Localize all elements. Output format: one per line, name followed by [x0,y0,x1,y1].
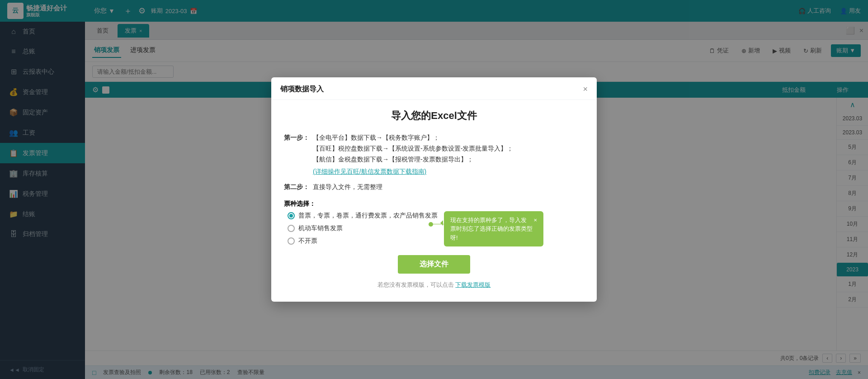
ticket-select-label: 票种选择： [284,200,316,207]
modal-title: 销项数据导入 [280,85,324,94]
modal-overlay[interactable]: 销项数据导入 × 导入您的Excel文件 第一步： 【全电平台】数据下载→【税务… [0,0,868,379]
radio-option-normal[interactable]: 普票，专票，卷票，通行费发票，农产品销售发票 × 现在支持的票种多了，导入发票时… [288,212,584,220]
select-file-button[interactable]: 选择文件 [398,255,470,274]
step2-label: 第二步： [284,182,309,193]
tooltip-dot [429,222,433,227]
step2-row: 第二步： 直接导入文件，无需整理 [284,182,584,193]
radio-normal-circle[interactable] [288,212,295,219]
modal-footer: 若您没有发票模版，可以点击 下载发票模版 [284,281,584,289]
step1-guide-link[interactable]: (详细操作见百旺/航信发票数据下载指南) [313,168,426,175]
import-title: 导入您的Excel文件 [284,109,584,123]
step1-line-1: 【百旺】税控盘数据下载→【系统设置-系统参数设置-发票批量导入】； [313,143,584,154]
step1-label: 第一步： [284,133,309,177]
step1-line-2: 【航信】金税盘数据下载→【报税管理-发票数据导出】； [313,154,584,165]
modal-header: 销项数据导入 × [271,77,597,100]
radio-normal-label: 普票，专票，卷票，通行费发票，农产品销售发票 [298,212,438,220]
step1-line-0: 【全电平台】数据下载→【税务数字账户】； [313,133,584,143]
tooltip-bubble: × 现在支持的票种多了，导入发票时别忘了选择正确的发票类型呀! [444,211,543,247]
radio-noticket-circle[interactable] [288,237,295,245]
tooltip-close-icon[interactable]: × [533,216,537,225]
radio-normal-dot [289,214,293,218]
step2-content: 直接导入文件，无需整理 [313,182,584,193]
radio-motor-label: 机动车销售发票 [298,224,343,232]
modal-close-button[interactable]: × [583,85,588,94]
step1-content: 【全电平台】数据下载→【税务数字账户】； 【百旺】税控盘数据下载→【系统设置-系… [313,133,584,177]
radio-noticket-label: 不开票 [298,237,317,245]
footer-text: 若您没有发票模版，可以点击 [377,281,454,288]
ticket-select-section: 票种选择： 普票，专票，卷票，通行费发票，农产品销售发票 [284,200,584,245]
modal-body: 导入您的Excel文件 第一步： 【全电平台】数据下载→【税务数字账户】； 【百… [271,100,597,302]
import-modal: 销项数据导入 × 导入您的Excel文件 第一步： 【全电平台】数据下载→【税务… [271,77,597,302]
download-template-link[interactable]: 下载发票模版 [455,281,491,288]
tooltip-text: 现在支持的票种多了，导入发票时别忘了选择正确的发票类型呀! [450,217,533,241]
radio-group: 普票，专票，卷票，通行费发票，农产品销售发票 × 现在支持的票种多了，导入发票时… [284,212,584,245]
step1-row: 第一步： 【全电平台】数据下载→【税务数字账户】； 【百旺】税控盘数据下载→【系… [284,133,584,177]
radio-motor-circle[interactable] [288,225,295,232]
